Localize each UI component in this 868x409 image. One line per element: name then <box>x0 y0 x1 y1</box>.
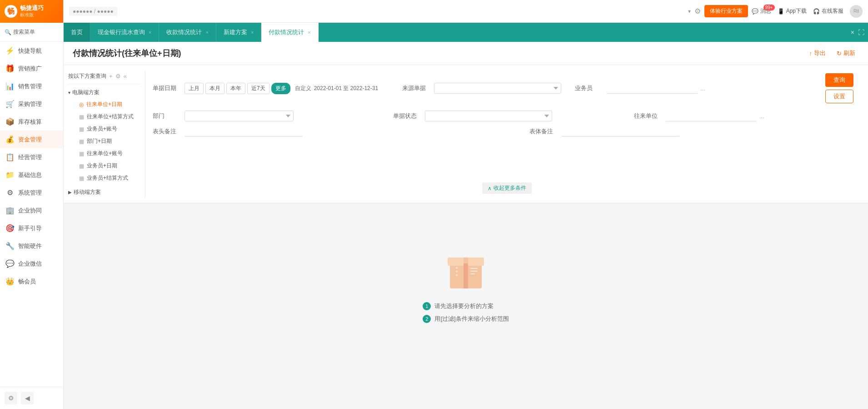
sidebar-item-operations[interactable]: 📋 经营管理 <box>0 148 63 166</box>
scheme-salesman-settlement-icon: ▦ <box>79 175 84 182</box>
filter-layout: 按以下方案查询 + ⚙ « ▾ 电脑端方案 ◎ 往来单 <box>64 71 868 197</box>
scheme-salesman-account[interactable]: ▦ 业务员+账号 <box>75 123 140 135</box>
address-dropdown-btn[interactable]: ▾ <box>688 8 691 15</box>
export-btn[interactable]: ↑ 导出 <box>806 47 830 59</box>
sidebar-item-guide[interactable]: 🎯 新手引导 <box>0 219 63 237</box>
address-text: ●●●●●● / ●●●●● <box>69 7 117 16</box>
svg-rect-8 <box>470 271 478 272</box>
sidebar-item-system[interactable]: ⚙ 系统管理 <box>0 184 63 202</box>
dept-select[interactable] <box>185 111 294 121</box>
close-all-tabs-btn[interactable]: × <box>851 29 854 36</box>
scheme-salesman-date-label: 业务员+日期 <box>87 162 117 170</box>
tab-new-plan[interactable]: 新建方案 × <box>216 23 261 42</box>
sales-icon: 📊 <box>5 82 15 91</box>
sidebar-search-area[interactable]: 🔍 搜索菜单 <box>0 23 63 42</box>
partner-dots-btn[interactable]: ... <box>759 113 764 120</box>
scheme-add-btn[interactable]: + <box>109 73 113 80</box>
scheme-salesman-settlement[interactable]: ▦ 业务员+结算方式 <box>75 172 140 184</box>
scheme-dept-date[interactable]: ▦ 部门+日期 <box>75 135 140 147</box>
tab-payment[interactable]: 付款情况统计 × <box>261 23 318 42</box>
sidebar-item-basics[interactable]: 📁 基础信息 <box>0 166 63 184</box>
table-body-remark-input[interactable] <box>561 126 679 136</box>
sidebar-item-purchase[interactable]: 🛒 采购管理 <box>0 95 63 113</box>
source-bill-select[interactable] <box>434 83 561 94</box>
partner-input[interactable] <box>666 111 757 121</box>
mobile-arrow-icon: ▶ <box>68 190 72 195</box>
sidebar-item-member[interactable]: 👑 畅会员 <box>0 273 63 290</box>
date-this-year-btn[interactable]: 本年 <box>226 83 245 94</box>
topbar-right: 💬 消息 99+ 📱 App下载 🎧 在线客服 Rit <box>752 5 863 18</box>
sidebar-item-marketing[interactable]: 🎁 营销推广 <box>0 60 63 77</box>
tab-payment-label: 付款情况统计 <box>269 28 304 36</box>
online-service-btn[interactable]: 🎧 在线客服 <box>813 7 843 15</box>
tab-bank-close[interactable]: × <box>149 30 151 35</box>
sidebar-item-hardware[interactable]: 🔧 智能硬件 <box>0 237 63 255</box>
scheme-salesman-date[interactable]: ▦ 业务员+日期 <box>75 160 140 172</box>
collapse-more-btn[interactable]: ∧ 收起更多条件 <box>482 182 532 194</box>
tab-receipt[interactable]: 收款情况统计 × <box>159 23 216 42</box>
salesman-dots-btn[interactable]: ... <box>700 85 705 92</box>
date-range-display: 2022-01-01 至 2022-12-31 <box>314 85 378 92</box>
mobile-section-toggle[interactable]: ▶ 移动端方案 <box>68 187 140 197</box>
date-this-month-btn[interactable]: 本月 <box>205 83 224 94</box>
empty-svg-illustration <box>439 243 493 293</box>
pc-section-toggle[interactable]: ▾ 电脑端方案 <box>68 87 140 98</box>
scheme-unit-settlement[interactable]: ▦ 往来单位+结算方式 <box>75 111 140 123</box>
fullscreen-btn[interactable]: ⛶ <box>858 29 864 36</box>
sidebar-item-inventory[interactable]: 📦 库存核算 <box>0 113 63 131</box>
tab-home[interactable]: 首页 <box>64 23 90 42</box>
tabbar-right-controls: × ⛶ <box>847 23 868 42</box>
date-more-btn[interactable]: 更多 <box>271 83 290 94</box>
tab-bank[interactable]: 现金银行流水查询 × <box>90 23 159 42</box>
app-download-btn[interactable]: 📱 App下载 <box>778 7 807 15</box>
scheme-unit-account[interactable]: ▦ 往来单位+账号 <box>75 147 140 160</box>
date-last-month-btn[interactable]: 上月 <box>185 83 204 94</box>
user-avatar[interactable]: Rit <box>850 5 863 18</box>
scheme-settings-btn[interactable]: ⚙ <box>115 73 121 80</box>
partner-label: 往来单位 <box>634 112 666 120</box>
collapse-label: 收起更多条件 <box>494 184 526 192</box>
sidebar-item-wechat[interactable]: 💬 企业微信 <box>0 255 63 273</box>
topbar-gear-btn[interactable]: ⚙ <box>694 7 701 15</box>
source-bill-label: 来源单据 <box>402 84 434 92</box>
bill-status-select[interactable] <box>425 111 552 121</box>
settings-bottom-btn[interactable]: ⚙ <box>5 392 17 404</box>
date-quick-btns: 上月 本月 本年 近7天 更多 <box>185 83 290 94</box>
collapse-sidebar-btn[interactable]: ◀ <box>21 392 34 404</box>
date-last-7-btn[interactable]: 近7天 <box>247 83 269 94</box>
query-btn[interactable]: 查询 <box>825 73 853 87</box>
sidebar-item-quicknav[interactable]: ⚡ 快捷导航 <box>0 42 63 60</box>
sidebar-item-sales[interactable]: 📊 销售管理 <box>0 77 63 95</box>
sidebar-item-corp[interactable]: 🏢 企业协同 <box>0 202 63 219</box>
empty-content: 1 请先选择要分析的方案 2 用[过滤]条件来缩小分析范围 <box>423 243 509 323</box>
messages-badge: 99+ <box>763 5 775 10</box>
member-icon: 👑 <box>5 277 15 286</box>
finance-icon: 💰 <box>5 135 15 144</box>
industry-plan-btn[interactable]: 体验行业方案 <box>704 5 748 17</box>
sidebar-item-finance[interactable]: 💰 资金管理 <box>0 131 63 148</box>
filter-action-btns: 查询 设置 <box>818 71 861 106</box>
tab-payment-close[interactable]: × <box>308 30 310 35</box>
mobile-section-label: 移动端方案 <box>74 188 101 196</box>
svg-rect-7 <box>470 268 478 269</box>
search-menu-btn[interactable]: 🔍 搜索菜单 <box>5 26 59 38</box>
scheme-collapse-btn[interactable]: « <box>124 73 127 80</box>
purchase-icon: 🛒 <box>5 100 15 108</box>
table-head-remark-input[interactable] <box>185 126 303 136</box>
sidebar: 畅 畅捷通巧 标准版 🔍 搜索菜单 ⚡ 快捷导航 🎁 营销推广 📊 销售管理 🛒… <box>0 0 64 409</box>
tab-new-plan-close[interactable]: × <box>251 30 254 35</box>
collapse-arrow-icon: ∧ <box>488 185 492 192</box>
scheme-unit-date[interactable]: ◎ 往来单位+日期 <box>75 98 140 111</box>
salesman-input[interactable] <box>607 83 698 94</box>
messages-btn[interactable]: 💬 消息 99+ <box>752 7 771 15</box>
scheme-sidebar: 按以下方案查询 + ⚙ « ▾ 电脑端方案 ◎ 往来单 <box>64 71 145 197</box>
table-head-remark-control <box>185 126 484 136</box>
settings-btn[interactable]: 设置 <box>825 90 853 103</box>
scheme-salesman-settlement-label: 业务员+结算方式 <box>87 174 128 182</box>
tab-receipt-close[interactable]: × <box>205 30 208 35</box>
corp-icon: 🏢 <box>5 206 15 215</box>
scheme-dept-date-icon: ▦ <box>79 138 84 145</box>
refresh-btn[interactable]: ↻ 刷新 <box>833 47 859 59</box>
refresh-label: 刷新 <box>843 49 855 57</box>
app-download-label: App下载 <box>786 7 807 15</box>
